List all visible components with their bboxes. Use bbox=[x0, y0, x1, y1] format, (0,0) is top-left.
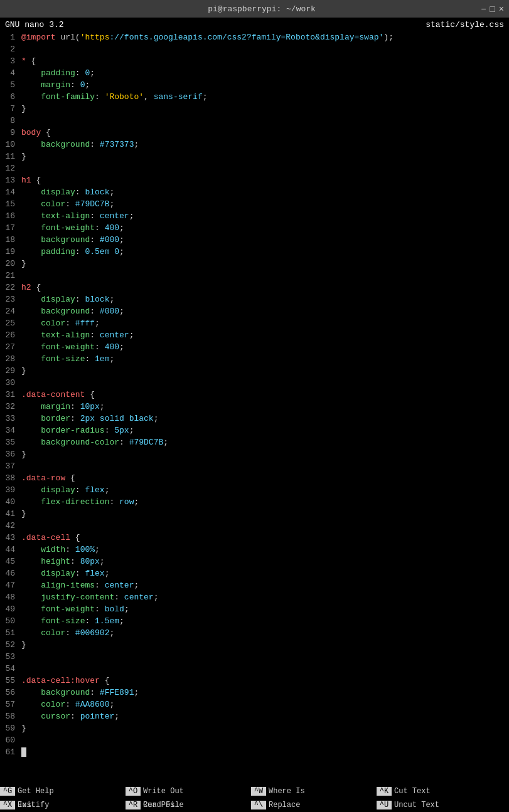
line-content: @import url('https://fonts.googleapis.co… bbox=[19, 31, 509, 43]
shortcut-label: Get Help bbox=[18, 787, 54, 796]
shortcut-label: Where Is bbox=[269, 787, 305, 796]
line-number: 20 bbox=[0, 258, 19, 270]
line-number: 30 bbox=[0, 377, 19, 389]
editor-line: 54 bbox=[0, 663, 509, 675]
line-content: background: #FFE891; bbox=[19, 687, 509, 699]
line-number: 51 bbox=[0, 627, 19, 639]
editor-line: 49 font-weight: bold; bbox=[0, 603, 509, 615]
editor-line: 2 bbox=[0, 43, 509, 55]
line-content bbox=[19, 520, 509, 532]
line-content: color: #fff; bbox=[19, 317, 509, 329]
editor-line: 59} bbox=[0, 722, 509, 734]
line-content bbox=[19, 651, 509, 663]
line-content: font-size: 1.5em; bbox=[19, 615, 509, 627]
line-content: body { bbox=[19, 127, 509, 139]
line-content bbox=[19, 162, 509, 174]
editor-line: 52} bbox=[0, 639, 509, 651]
editor-line: 17 font-weight: 400; bbox=[0, 222, 509, 234]
nano-footer: ^GGet Help^OWrite Out^WWhere Is^KCut Tex… bbox=[0, 784, 509, 812]
line-content bbox=[19, 460, 509, 472]
shortcut-row-1: ^GGet Help^OWrite Out^WWhere Is^KCut Tex… bbox=[0, 784, 509, 798]
line-content: padding: 0.5em 0; bbox=[19, 246, 509, 258]
terminal-title: pi@raspberrypi: ~/work bbox=[208, 4, 316, 14]
shortcut-item: ^\Replace bbox=[251, 798, 377, 812]
shortcut-key: ^U bbox=[377, 801, 392, 809]
line-content: * { bbox=[19, 55, 509, 67]
shortcut-label: Replace bbox=[269, 801, 300, 809]
editor-line: 11} bbox=[0, 150, 509, 162]
maximize-button[interactable]: □ bbox=[490, 4, 495, 14]
line-content: font-weight: 400; bbox=[19, 222, 509, 234]
line-number: 45 bbox=[0, 556, 19, 567]
editor-line: 51 color: #006902; bbox=[0, 627, 509, 639]
line-number: 37 bbox=[0, 460, 19, 472]
line-number: 28 bbox=[0, 353, 19, 365]
editor-line: 21 bbox=[0, 270, 509, 282]
editor-line: 1@import url('https://fonts.googleapis.c… bbox=[0, 31, 509, 43]
line-number: 2 bbox=[0, 43, 19, 55]
line-number: 44 bbox=[0, 544, 19, 556]
line-number: 3 bbox=[0, 55, 19, 67]
shortcut-key: ^X bbox=[0, 801, 15, 809]
line-number: 13 bbox=[0, 174, 19, 186]
line-number: 55 bbox=[0, 675, 19, 687]
editor-line: 4 padding: 0; bbox=[0, 67, 509, 79]
line-content: .data-cell { bbox=[19, 532, 509, 544]
shortcut-item: ^XExit bbox=[0, 798, 126, 812]
line-number: 35 bbox=[0, 436, 19, 448]
title-bar-center: pi@raspberrypi: ~/work bbox=[43, 4, 481, 14]
editor-line: 16 text-align: center; bbox=[0, 210, 509, 222]
line-number: 11 bbox=[0, 150, 19, 162]
line-number: 60 bbox=[0, 734, 19, 746]
line-content: } bbox=[19, 448, 509, 460]
line-number: 12 bbox=[0, 162, 19, 174]
line-number: 59 bbox=[0, 722, 19, 734]
line-content: background-color: #79DC7B; bbox=[19, 436, 509, 448]
line-number: 1 bbox=[0, 31, 19, 43]
shortcut-key: ^W bbox=[251, 787, 266, 796]
line-content: display: block; bbox=[19, 293, 509, 305]
line-number: 29 bbox=[0, 365, 19, 377]
editor-line: 35 background-color: #79DC7B; bbox=[0, 436, 509, 448]
line-content: } bbox=[19, 639, 509, 651]
editor-area[interactable]: 1@import url('https://fonts.googleapis.c… bbox=[0, 31, 509, 784]
line-content: .data-cell:hover { bbox=[19, 675, 509, 687]
line-number: 50 bbox=[0, 615, 19, 627]
line-number: 42 bbox=[0, 520, 19, 532]
line-content: } bbox=[19, 722, 509, 734]
shortcut-item: ^WWhere Is bbox=[251, 784, 377, 798]
editor-line: 19 padding: 0.5em 0; bbox=[0, 246, 509, 258]
editor-line: 25 color: #fff; bbox=[0, 317, 509, 329]
editor-line: 24 background: #000; bbox=[0, 305, 509, 317]
editor-line: 41} bbox=[0, 508, 509, 520]
title-bar: pi@raspberrypi: ~/work − □ × bbox=[0, 0, 509, 18]
editor-line: 31.data-content { bbox=[0, 389, 509, 401]
line-content: color: #006902; bbox=[19, 627, 509, 639]
editor-line: 7} bbox=[0, 103, 509, 115]
line-content: display: flex; bbox=[19, 484, 509, 496]
minimize-button[interactable]: − bbox=[481, 4, 486, 14]
editor-line: 8 bbox=[0, 115, 509, 127]
line-content: justify-content: center; bbox=[19, 591, 509, 603]
line-number: 54 bbox=[0, 663, 19, 675]
line-number: 19 bbox=[0, 246, 19, 258]
line-content: } bbox=[19, 508, 509, 520]
line-content: margin: 0; bbox=[19, 79, 509, 91]
close-button[interactable]: × bbox=[499, 4, 504, 14]
line-content bbox=[19, 663, 509, 675]
editor-line: 13h1 { bbox=[0, 174, 509, 186]
line-content: background: #000; bbox=[19, 234, 509, 246]
line-number: 14 bbox=[0, 186, 19, 198]
line-number: 21 bbox=[0, 270, 19, 282]
editor-line: 33 border: 2px solid black; bbox=[0, 413, 509, 424]
line-number: 53 bbox=[0, 651, 19, 663]
line-content bbox=[19, 43, 509, 55]
line-content: font-weight: 400; bbox=[19, 341, 509, 353]
title-bar-controls: − □ × bbox=[481, 4, 504, 14]
editor-line: 57 color: #AA8600; bbox=[0, 699, 509, 710]
line-number: 5 bbox=[0, 79, 19, 91]
line-number: 23 bbox=[0, 293, 19, 305]
shortcut-label: Write Out bbox=[143, 787, 184, 796]
line-number: 47 bbox=[0, 579, 19, 591]
line-content: width: 100%; bbox=[19, 544, 509, 556]
